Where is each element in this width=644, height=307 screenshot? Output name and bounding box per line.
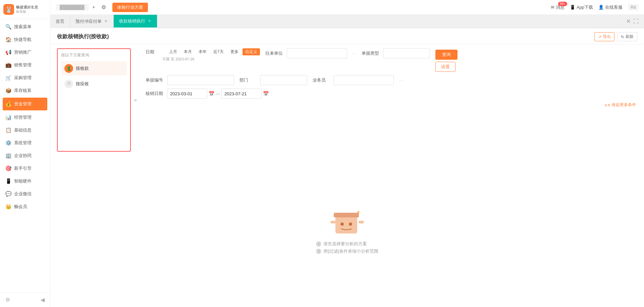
date-label: 日期 [146,49,162,55]
svg-point-2 [340,222,344,226]
basic-info-icon: 📋 [5,127,11,133]
filter-option-by-receipt-label: 按收款 [76,65,89,71]
sidebar-item-member[interactable]: 👑 畅会员 [0,200,50,213]
logo-icon: 🐰 [3,4,14,15]
app-icon: 📱 [570,5,575,10]
employee-dots-icon[interactable]: ··· [399,78,403,83]
customer-service-btn[interactable]: 👤 在线客服 [598,4,623,10]
user-name: Rit [631,5,636,10]
message-count-badge: 99+ [558,2,567,6]
refresh-label: 刷新 [626,34,634,40]
sidebar-item-wechat[interactable]: 💬 企业微信 [0,188,50,200]
app-download-btn[interactable]: 📱 App下载 [570,4,593,10]
sidebar-item-operations[interactable]: 📊 经营管理 [0,111,50,124]
tab-receipts-close-icon[interactable]: ✕ [147,18,152,24]
write-off-date-group: 📅 — 📅 [167,89,269,99]
svg-rect-4 [330,221,336,223]
date-7days-btn[interactable]: 近7天 [211,48,226,55]
tab-prepay[interactable]: 预付冲应付单 ✕ [70,15,114,28]
system-icon: ⚙️ [5,140,11,146]
tab-maximize-icon[interactable]: ⛶ [633,18,639,24]
filter-option-by-receivable-label: 按应收 [76,81,89,87]
calendar-end-icon[interactable]: 📅 [263,91,269,96]
refresh-btn[interactable]: ↻ 刷新 [617,32,637,41]
sidebar-item-quick-nav[interactable]: 🏠 快捷导航 [0,33,50,46]
top-header-left: ████████ ▾ ⚙ 体验行业方案 [56,3,148,12]
sidebar-item-label: 企业协同 [14,153,32,159]
purchase-icon: 🛒 [5,75,11,81]
sidebar-item-label: 快捷导航 [14,37,32,43]
calendar-start-icon[interactable]: 📅 [209,91,214,96]
sidebar-item-basic-info[interactable]: 📋 基础信息 [0,124,50,137]
empty-hint-2: 2 用[过滤]条件来缩小分析范围 [316,248,378,254]
tab-home-label: 首页 [56,18,64,24]
tab-prepay-close-icon[interactable]: ✕ [104,18,108,24]
tab-bar: 首页 预付冲应付单 ✕ 收款核销执行 ✕ ✕ ⛶ [50,15,644,28]
sidebar-item-search[interactable]: 🔍 搜索菜单 [0,20,50,33]
date-this-year-btn[interactable]: 本年 [196,48,209,55]
date-more-btn[interactable]: 更多 [228,48,241,55]
sidebar-collapse-btn[interactable]: ◀ [41,297,45,303]
tab-close-icon[interactable]: ✕ [626,18,631,24]
member-icon: 👑 [5,204,11,210]
sales-icon: 💼 [5,62,11,68]
voucher-type-select[interactable] [383,48,430,58]
employee-label: 业务员 [313,77,329,83]
sidebar-item-label: 搜索菜单 [14,24,32,30]
date-separator: — [216,91,220,96]
voucher-no-input[interactable] [167,75,234,85]
filter-option-by-receipt[interactable]: 💲 按收款 [61,61,127,75]
write-off-end-input[interactable] [221,89,262,99]
sidebar-item-label: 基础信息 [14,127,32,133]
tab-receipts[interactable]: 收款核销执行 ✕ [114,15,157,28]
empty-hint-1: 1 请先选择要分析的方案 [316,241,378,247]
hardware-icon: 📱 [5,178,11,184]
filter-collapse-btn[interactable]: » [132,48,139,152]
date-custom-badge[interactable]: 自定义 [243,48,260,55]
voucher-type-label: 单据类型 [362,50,379,56]
settings-btn[interactable]: 设置 [435,62,455,72]
filter-left-title: 按以下方案查询 [61,52,127,58]
svg-point-3 [349,222,352,226]
date-last-month-btn[interactable]: 上月 [166,48,180,55]
page-content: 收款核销执行(按收款) ↗ 导出 ↻ 刷新 按以下方案查询 💲 按收款 [50,28,644,307]
sidebar-item-system[interactable]: ⚙️ 系统管理 [0,137,50,149]
partner-input[interactable] [287,48,347,58]
logo-badge: 标准版 [16,9,38,14]
sidebar-item-label: 资金管理 [14,101,32,107]
svg-rect-5 [359,221,364,223]
dept-select[interactable] [260,75,307,85]
industry-btn[interactable]: 体验行业方案 [112,3,148,12]
sidebar-item-sales[interactable]: 💼 销售管理 [0,59,50,71]
sidebar-item-purchase[interactable]: 🛒 采购管理 [0,71,50,84]
wechat-icon: 💬 [5,191,11,197]
date-this-month-btn[interactable]: 本月 [181,48,195,55]
sidebar-item-inventory[interactable]: 📦 库存核算 [0,84,50,97]
tab-bar-actions: ✕ ⛶ [626,18,644,24]
write-off-start-input[interactable] [167,89,207,99]
sidebar-item-label: 库存核算 [14,88,32,94]
dropdown-arrow-icon[interactable]: ▾ [93,5,95,10]
tab-home[interactable]: 首页 [50,15,70,28]
message-btn[interactable]: ✉ 消息 99+ [551,4,565,10]
query-btn[interactable]: 查询 [435,50,458,60]
settings-icon[interactable]: ⚙ [99,3,108,12]
refresh-icon: ↻ [621,35,624,39]
employee-input[interactable] [333,75,394,85]
sidebar-item-enterprise[interactable]: 🏢 企业协同 [0,149,50,162]
sidebar-item-hardware[interactable]: 📱 智能硬件 [0,175,50,188]
sidebar-gear-icon[interactable]: ⚙ [5,297,10,303]
sidebar-item-guide[interactable]: 🎯 新手引导 [0,162,50,175]
date-no-limit-hint: 不限 至 2023-07-26 [162,57,260,62]
sidebar-item-finance[interactable]: 💰 资金管理 [3,98,47,110]
sidebar-item-marketing[interactable]: 📢 营销推广 [0,46,50,59]
query-actions: 查询 设置 [435,50,458,72]
collapse-more-btn[interactable]: ∧∧ 收起更多条件 [602,101,639,109]
filter-option-by-receivable[interactable]: ⏱ 按应收 [61,77,127,91]
partner-label: 往来单位 [265,50,283,56]
user-avatar[interactable]: Rit [628,4,639,10]
sidebar-item-label: 系统管理 [14,140,32,146]
partner-dots-icon[interactable]: ··· [353,51,357,56]
page-actions: ↗ 导出 ↻ 刷新 [594,32,637,41]
export-btn[interactable]: ↗ 导出 [594,32,614,41]
